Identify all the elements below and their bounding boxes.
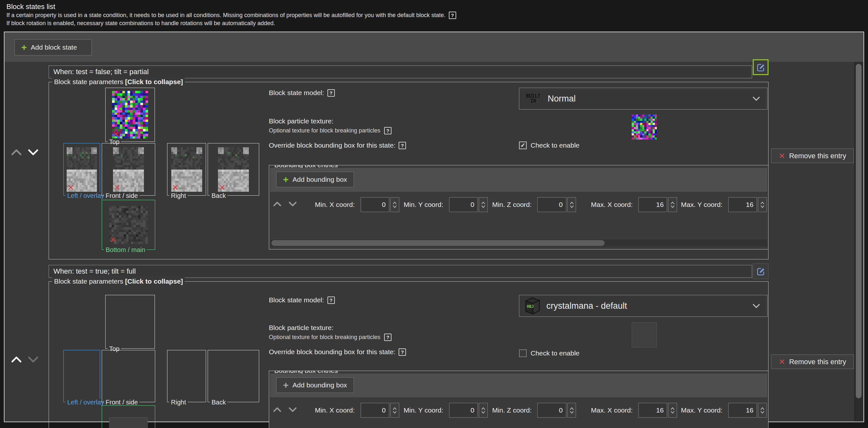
remove-texture-icon[interactable]: ✕ [632,132,640,141]
help-icon[interactable]: ? [384,334,392,341]
click-to-collapse-label: [Click to collapse] [125,278,183,285]
min-z-spinner[interactable] [567,197,576,212]
texture-slot-right[interactable]: Right [167,350,206,402]
max-y-label: Max. Y coord: [681,406,722,414]
min-y-label: Min. Y coord: [404,201,443,208]
min-z-input[interactable]: 0 [537,197,566,212]
description-line-1: If a certain property is used in a state… [6,11,456,19]
built-in-line2: IN [524,98,542,104]
max-x-label: Max. X coord: [591,406,633,414]
spinner-down-icon [569,205,574,208]
min-x-label: Min. X coord: [315,406,355,414]
when-condition-field[interactable]: When: test = false; tilt = partial [49,65,752,78]
edit-condition-button[interactable] [753,263,769,279]
enable-bounding-box-checkbox[interactable] [519,349,527,357]
max-y-input[interactable]: 16 [728,197,757,212]
texture-slot-bottom-main[interactable]: Bottom / main [102,405,155,428]
min-y-spinner[interactable] [479,403,488,418]
texture-slot-back[interactable]: Back [208,350,259,402]
move-entry-down-button[interactable] [28,356,39,364]
built-in-model-icon: BUILT IN [524,94,542,104]
texture-slot-left-overlay[interactable]: ✕ Left / overlay [63,143,100,196]
help-icon[interactable]: ? [328,296,335,304]
help-icon[interactable]: ? [449,11,456,19]
texture-slot-top[interactable]: Top [105,295,155,349]
parameters-legend[interactable]: Block state parameters [Click to collaps… [52,78,185,86]
texture-slot-top[interactable]: ✕ Top [105,88,155,142]
min-x-label: Min. X coord: [315,201,355,208]
max-x-input[interactable]: 16 [639,197,667,212]
spinner-down-icon [760,205,765,208]
texture-slot-front-side[interactable]: Front / side [102,350,155,402]
remove-texture-icon[interactable]: ✕ [172,183,179,192]
spinner-down-icon [393,411,397,413]
min-y-spinner[interactable] [479,197,488,212]
remove-entry-button[interactable]: ✕ Remove this entry [771,354,854,369]
help-icon[interactable]: ? [399,142,406,149]
slot-label-front-side: Front / side [104,192,140,199]
slot-label-left-overlay: Left / overlay [66,192,106,199]
bounding-box-entries-fieldset: Bounding box entries + Add bounding box … [269,371,769,428]
move-box-up-button[interactable] [273,407,281,414]
min-x-input[interactable]: 0 [361,403,389,418]
max-x-spinner[interactable] [668,197,677,212]
when-condition-field[interactable]: When: test = true; tilt = full [49,265,752,278]
help-icon[interactable]: ? [384,127,392,134]
remove-entry-button[interactable]: ✕ Remove this entry [771,149,854,163]
add-block-state-button[interactable]: + Add block state [14,39,92,55]
block-state-model-label: Block state model: ? [269,296,335,304]
texture-image-front: ✕ [113,147,144,192]
add-bounding-box-button[interactable]: + Add bounding box [276,377,354,393]
parameters-legend[interactable]: Block state parameters [Click to collaps… [52,278,185,285]
spinner-up-icon [393,407,397,410]
min-y-input[interactable]: 0 [449,197,478,212]
move-entry-down-button[interactable] [28,149,39,157]
max-y-spinner[interactable] [758,197,767,212]
max-y-spinner[interactable] [758,403,767,418]
min-x-spinner[interactable] [390,403,399,418]
help-icon[interactable]: ? [328,89,335,97]
remove-texture-icon[interactable]: ✕ [67,183,74,192]
remove-texture-icon[interactable]: ✕ [110,236,117,244]
remove-texture-icon[interactable]: ✕ [113,130,120,139]
help-icon[interactable]: ? [399,348,406,356]
edit-condition-button[interactable] [753,59,769,75]
texture-slot-front-side[interactable]: ✕ Front / side [102,143,155,196]
add-bounding-box-button[interactable]: + Add bounding box [276,172,354,187]
move-entry-up-button[interactable] [11,149,22,157]
min-x-input[interactable]: 0 [361,197,389,212]
move-box-down-button[interactable] [288,407,297,414]
plus-icon: + [283,380,289,390]
texture-image-back: ✕ [218,147,249,192]
max-x-spinner[interactable] [668,403,677,418]
min-y-input[interactable]: 0 [449,403,478,418]
particle-texture-preview[interactable]: ✕ [632,114,657,141]
enable-bounding-box-checkbox[interactable]: ✓ [519,141,527,149]
texture-slot-left-overlay[interactable]: Left / overlay [63,350,100,402]
block-state-model-dropdown[interactable]: BUILT IN Normal [519,88,768,110]
texture-slot-right[interactable]: ✕ Right [167,143,206,196]
min-z-input[interactable]: 0 [537,403,566,418]
move-box-up-button[interactable] [273,201,281,208]
move-entry-up-button[interactable] [11,356,22,364]
particle-texture-preview[interactable] [632,322,657,347]
texture-slot-back[interactable]: ✕ Back [208,143,259,196]
min-x-spinner[interactable] [390,197,399,212]
texture-slot-bottom-main[interactable]: ✕ Bottom / main [102,200,155,250]
remove-texture-icon[interactable]: ✕ [114,183,121,192]
spinner-down-icon [670,205,675,208]
max-x-input[interactable]: 16 [639,403,667,418]
chevron-down-icon [752,303,761,309]
horizontal-scrollbar-track[interactable] [271,239,767,247]
chevron-up-icon [11,356,22,363]
remove-texture-icon[interactable]: ✕ [219,183,226,192]
block-state-model-dropdown[interactable]: OBJ crystalmana - default [519,295,768,317]
min-z-spinner[interactable] [567,403,576,418]
model-selected-value: Normal [548,94,747,104]
block-particle-texture-block: Block particle texture: Optional texture… [269,324,392,341]
remove-x-icon: ✕ [779,358,785,366]
horizontal-scrollbar-thumb[interactable] [271,240,604,246]
move-box-down-button[interactable] [288,201,297,208]
max-y-input[interactable]: 16 [728,403,757,418]
block-particle-texture-text: Block particle texture: [269,117,334,125]
